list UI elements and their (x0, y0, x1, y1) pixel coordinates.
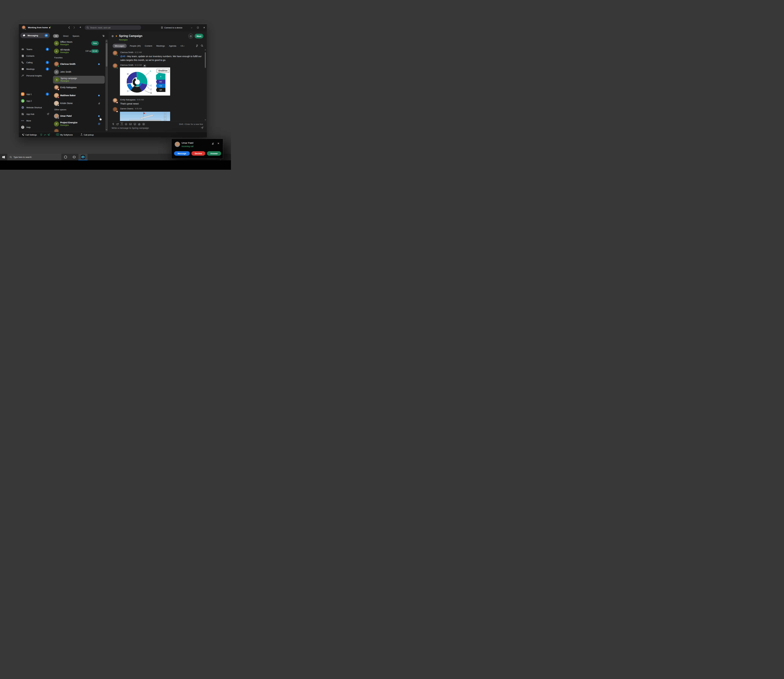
message[interactable]: Emily Nakagawa9:00 AM That’s great news! (108, 98, 206, 106)
external-link-icon (47, 113, 49, 115)
help-icon: ? (21, 125, 25, 129)
message[interactable]: Clarissa Smith8:12 AM @All - Hey team, u… (108, 51, 206, 63)
list-item-kristin-stone[interactable]: Kristin Stone (52, 100, 105, 107)
tab-meetings[interactable]: Meetings (156, 45, 165, 47)
person-avatar (54, 62, 59, 67)
sticker-icon[interactable] (133, 122, 136, 126)
list-item-project-energize[interactable]: P Project EnergizeRenergize @ (52, 120, 105, 128)
filter-icon[interactable] (102, 35, 105, 37)
list-scrollbar[interactable] (105, 39, 108, 131)
attach-icon[interactable] (112, 122, 115, 126)
tab-more[interactable]: +3 (180, 45, 184, 47)
nav-forward-icon[interactable] (73, 26, 75, 29)
connect-device-label[interactable]: Connect to a device (164, 27, 182, 29)
meet-button[interactable]: Meet (195, 34, 203, 38)
list-item-john-smith[interactable]: JS John Smith (52, 68, 105, 76)
task-view-icon[interactable] (73, 155, 76, 159)
call-forward-icon[interactable] (40, 133, 42, 136)
sidebar-item-app-hub[interactable]: App Hub (19, 111, 52, 117)
status-text[interactable]: Working from home (28, 27, 48, 29)
conversation-scrollbar[interactable] (205, 50, 206, 120)
new-space-plus-icon[interactable]: + (80, 25, 81, 29)
gif-icon[interactable]: GIF (129, 122, 132, 126)
sidebar-item-more[interactable]: ••• More (19, 118, 52, 123)
list-item-all-hands[interactable]: A All-HandsRenergize 132 02:40 (52, 47, 105, 55)
sidebar-item-contacts[interactable]: Contacts (19, 53, 52, 58)
conversation-tabs: Messages People (30) Content Meetings Ag… (112, 44, 184, 48)
mention-all[interactable]: @All (120, 55, 125, 58)
schedule-meeting-icon[interactable] (188, 34, 193, 38)
tab-messages[interactable]: Messages (112, 44, 127, 48)
nav-back-icon[interactable] (69, 26, 70, 29)
close-popup-icon[interactable]: ✕ (217, 142, 219, 145)
message[interactable]: Clarissa Smith8:13 AM⚑ MARCZQDAMZCDQR On… (108, 63, 206, 98)
list-item-emily-nakagawa[interactable]: Emily Nakagawa (52, 84, 105, 91)
sidebar-item-meetings[interactable]: Meetings 4 (19, 66, 52, 72)
person-avatar (112, 63, 117, 69)
call-settings-label[interactable]: Call Settings (25, 134, 37, 136)
close-button[interactable]: ✕ (201, 24, 207, 31)
message-author: Clarissa Smith (120, 51, 133, 53)
message-text: - Hey team, update on our inventory numb… (120, 55, 201, 61)
sidebar-item-teams[interactable]: Teams 8 (19, 47, 52, 52)
pinned-messages-icon[interactable] (195, 44, 198, 47)
flagged-icon[interactable]: ⚑ (143, 64, 146, 67)
tab-spaces[interactable]: Spaces (72, 35, 79, 37)
app-search-input[interactable]: Search, meet, and call (85, 25, 141, 30)
shared-chart-image[interactable]: MARCZQDAMZCDQR OneDrive (120, 67, 170, 95)
meeting-timer-pill[interactable]: 02:40 (91, 49, 99, 53)
taskbar-search-input[interactable]: Type here to search (7, 154, 61, 160)
softphone-label[interactable]: My Softphone (60, 134, 73, 136)
message[interactable]: Darren Owens9:05 AM (108, 107, 206, 121)
sidebar-item-app1[interactable]: App 1 1 (19, 91, 52, 97)
person-avatar (112, 98, 117, 103)
connect-device-icon[interactable] (161, 27, 163, 29)
answer-button[interactable]: Answer (207, 151, 221, 156)
sidebar-item-app2[interactable]: App 2 (19, 98, 52, 103)
cortana-icon[interactable] (64, 155, 67, 159)
list-item-spring-campaign[interactable]: S Spring campaignRenergize (53, 76, 105, 84)
meeting-now-pill[interactable]: Now (91, 41, 99, 45)
space-settings-gear-icon[interactable]: ⚙ (111, 35, 114, 38)
list-item-clarissa-smith[interactable]: Clarissa Smith (52, 60, 105, 68)
screen-capture-icon[interactable] (116, 122, 119, 126)
tab-people[interactable]: People (30) (130, 45, 141, 47)
maximize-button[interactable] (195, 24, 201, 31)
compose-input[interactable]: Write a message to Spring campaign (112, 127, 149, 129)
list-item-partial[interactable] (52, 128, 105, 132)
tab-agenda[interactable]: Agenda (169, 45, 176, 47)
sidebar-item-messaging[interactable]: Messaging 20 (20, 33, 50, 38)
personal-avatar-icon[interactable] (142, 122, 145, 126)
send-icon[interactable] (201, 126, 203, 129)
sidebar-item-help[interactable]: ? Help (19, 125, 52, 130)
start-button[interactable] (2, 156, 5, 159)
conversation-team[interactable]: Renergize (119, 39, 128, 41)
tab-direct[interactable]: Direct (63, 35, 69, 37)
search-placeholder: Search, meet, and call (90, 27, 110, 29)
conversation-search-icon[interactable] (201, 44, 203, 47)
list-item-matthew-baker[interactable]: Matthew Baker (52, 92, 105, 100)
user-avatar[interactable] (22, 25, 26, 30)
emoji-icon[interactable] (125, 122, 128, 126)
shared-photo-image[interactable] (120, 112, 170, 121)
list-item-umar-patel[interactable]: ✈ Umar Patel (52, 112, 105, 120)
favorite-star-icon[interactable]: ★ (115, 34, 117, 38)
taskbar-search-placeholder: Type here to search (14, 156, 31, 158)
list-item-office-hours[interactable]: O Office HoursRenergize Now (52, 39, 105, 47)
svg-text:Z: Z (150, 88, 151, 91)
call-out-icon[interactable] (47, 133, 50, 136)
webex-taskbar-icon[interactable] (78, 154, 87, 160)
sidebar-item-personal-insights[interactable]: Personal insights (19, 73, 52, 78)
tab-content[interactable]: Content (145, 45, 152, 47)
mention-icon[interactable]: @ (137, 122, 141, 126)
message-button[interactable]: Message (174, 151, 190, 156)
decline-button[interactable]: Decline (191, 151, 205, 156)
mute-ring-bell-icon[interactable] (211, 142, 214, 145)
sidebar-item-calling[interactable]: Calling 1 (19, 60, 52, 65)
call-return-icon[interactable] (44, 133, 46, 136)
tab-all[interactable]: All (53, 34, 59, 38)
format-text-icon[interactable]: Tt (120, 122, 123, 125)
minimize-button[interactable]: – (189, 24, 194, 31)
sidebar-item-website-shortcut[interactable]: Website Shortcut (19, 105, 52, 110)
call-pickup-label[interactable]: Call pickup (84, 134, 94, 136)
